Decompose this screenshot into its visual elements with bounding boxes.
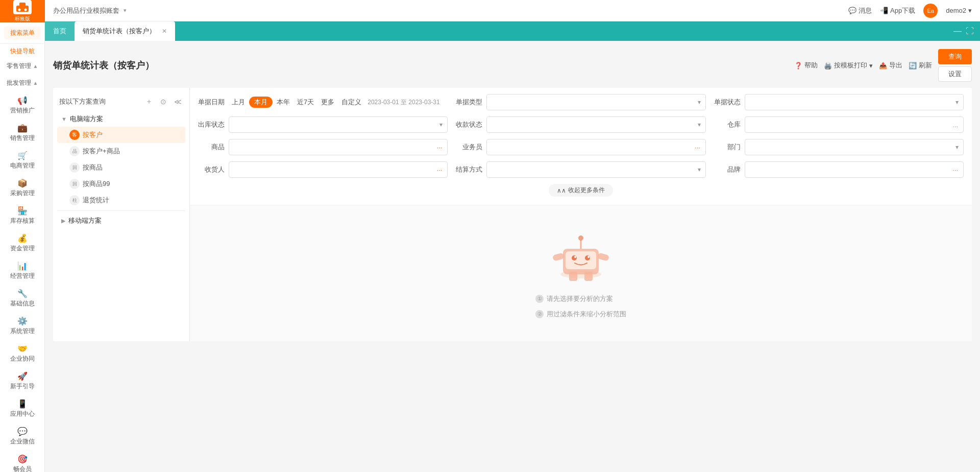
basics-icon: 🔧 bbox=[17, 289, 28, 298]
download-icon: 📲 bbox=[880, 7, 888, 14]
department-filter-item: 部门 ▾ bbox=[714, 139, 964, 155]
warehouse-input[interactable]: ... bbox=[745, 116, 964, 133]
help-button[interactable]: ❓ 帮助 bbox=[794, 61, 818, 70]
tab-home[interactable]: 首页 bbox=[45, 21, 75, 41]
date-btn-last-month[interactable]: 上月 bbox=[229, 97, 248, 108]
sidebar-item-marketing[interactable]: 📢 营销推广 bbox=[0, 91, 45, 119]
date-btn-this-year[interactable]: 本年 bbox=[274, 97, 293, 108]
export-icon: 📤 bbox=[879, 62, 887, 69]
sidebar-item-basics[interactable]: 🔧 基础信息 bbox=[0, 285, 45, 312]
order-status-label: 单据状态 bbox=[714, 98, 741, 107]
svg-point-7 bbox=[572, 255, 577, 261]
sidebar-item-retail[interactable]: 零售管理 ▲ bbox=[0, 58, 45, 75]
ops-label: 经营管理 bbox=[10, 272, 35, 280]
date-options: 上月 本月 本年 近7天 更多 自定义 2023-03-01 至 2023-03… bbox=[229, 97, 448, 108]
user-menu[interactable]: demo2 ▾ bbox=[946, 7, 972, 14]
order-status-filter-item: 单据状态 ▾ bbox=[714, 94, 964, 110]
refresh-button[interactable]: 🔄 刷新 bbox=[909, 61, 932, 70]
settlement-select[interactable] bbox=[486, 161, 705, 178]
sidebar-item-member[interactable]: 🎯 畅会员 bbox=[0, 450, 45, 472]
industry-dropdown-arrow: ▾ bbox=[124, 7, 127, 14]
sidebar-logo[interactable]: 标账版 bbox=[0, 0, 45, 22]
tree-item-by-goods99[interactable]: 回 按商品99 bbox=[57, 176, 185, 192]
search-menu-button[interactable]: 搜索菜单 bbox=[4, 27, 41, 39]
tab-sales-stat[interactable]: 销货单统计表（按客户） ✕ bbox=[75, 21, 175, 41]
brand-filter-item: 品牌 ··· bbox=[714, 161, 964, 178]
appcenter-icon: 📱 bbox=[17, 399, 28, 409]
tab-minimize-button[interactable]: — bbox=[953, 27, 962, 36]
pc-group-label: 电脑端方案 bbox=[70, 114, 103, 124]
tree-item-by-customer-goods[interactable]: 品 按客户+商品 bbox=[57, 143, 185, 159]
mobile-group-label: 移动端方案 bbox=[68, 216, 102, 225]
wholesale-label: 批发管理 bbox=[7, 79, 31, 87]
sidebar-item-wholesale[interactable]: 批发管理 ▲ bbox=[0, 75, 45, 91]
department-label: 部门 bbox=[714, 143, 741, 152]
industry-selector[interactable]: 办公用品行业模拟账套 ▾ bbox=[53, 6, 127, 15]
edit-scheme-button[interactable]: ⊙ bbox=[158, 96, 169, 107]
sidebar-item-inventory[interactable]: 🏪 库存核算 bbox=[0, 202, 45, 229]
collection-status-select[interactable] bbox=[486, 116, 705, 133]
date-range-display: 2023-03-01 至 2023-03-31 bbox=[368, 98, 439, 107]
query-button[interactable]: 查询 bbox=[938, 49, 972, 64]
export-button[interactable]: 📤 导出 bbox=[879, 61, 902, 70]
svg-point-10 bbox=[587, 256, 590, 258]
quick-nav-label[interactable]: 快捷导航 bbox=[0, 44, 45, 58]
message-button[interactable]: 💬 消息 bbox=[848, 6, 872, 15]
return-stat-icon: 柱 bbox=[69, 195, 80, 205]
date-btn-7days[interactable]: 近7天 bbox=[294, 97, 317, 108]
order-status-select[interactable] bbox=[745, 94, 964, 110]
filter-row-4: 收货人 ··· 结算方式 ▾ bbox=[198, 161, 964, 178]
order-type-filter-item: 单据类型 ▾ bbox=[456, 94, 705, 110]
sidebar-item-sales[interactable]: 💼 销售管理 bbox=[0, 119, 45, 147]
app-download-label: App下载 bbox=[890, 6, 915, 15]
sidebar-item-ops[interactable]: 📊 经营管理 bbox=[0, 257, 45, 285]
salesperson-label: 业务员 bbox=[456, 143, 482, 152]
collapse-button[interactable]: ∧∧ 收起更多条件 bbox=[549, 184, 613, 197]
sidebar-item-enterprise[interactable]: 🤝 企业协同 bbox=[0, 340, 45, 367]
date-label: 单据日期 bbox=[198, 98, 225, 107]
left-panel-header: 按以下方案查询 ＋ ⊙ ≪ bbox=[53, 92, 189, 111]
pc-group-toggle[interactable]: ▼ 电脑端方案 bbox=[57, 111, 185, 127]
sidebar-item-appcenter[interactable]: 📱 应用中心 bbox=[0, 395, 45, 422]
system-label: 系统管理 bbox=[10, 327, 35, 336]
out-status-select[interactable] bbox=[229, 116, 448, 133]
sidebar-item-finance[interactable]: 💰 资金管理 bbox=[0, 229, 45, 257]
by-goods-icon: 回 bbox=[69, 162, 80, 173]
template-print-button[interactable]: 🖨️ 按模板打印 ▾ bbox=[824, 61, 873, 70]
app-download-button[interactable]: 📲 App下载 bbox=[880, 6, 915, 15]
sidebar-search-area: 搜索菜单 bbox=[0, 22, 45, 44]
tab-close-icon[interactable]: ✕ bbox=[162, 28, 167, 35]
sidebar-item-system[interactable]: ⚙️ 系统管理 bbox=[0, 312, 45, 340]
goods-input[interactable]: ··· bbox=[229, 139, 448, 155]
mobile-group-toggle[interactable]: ▶ 移动端方案 bbox=[57, 213, 185, 228]
date-btn-this-month[interactable]: 本月 bbox=[249, 97, 273, 108]
user-avatar-text: Ea bbox=[927, 8, 934, 14]
empty-state-icon bbox=[548, 226, 614, 282]
tree-item-return-stat[interactable]: 柱 退货统计 bbox=[57, 192, 185, 208]
tree-item-by-customer[interactable]: 客 按客户 bbox=[57, 127, 185, 143]
date-btn-custom[interactable]: 自定义 bbox=[338, 97, 364, 108]
sidebar-item-purchase[interactable]: 📦 采购管理 bbox=[0, 174, 45, 202]
tab-maximize-button[interactable]: ⛶ bbox=[966, 27, 974, 36]
sidebar-item-ecommerce[interactable]: 🛒 电商管理 bbox=[0, 147, 45, 174]
tree-item-by-goods[interactable]: 回 按商品 bbox=[57, 159, 185, 176]
svg-rect-6 bbox=[566, 251, 596, 269]
brand-input[interactable]: ··· bbox=[745, 161, 964, 178]
sidebar-item-newuser[interactable]: 🚀 新手引导 bbox=[0, 367, 45, 395]
order-type-select[interactable] bbox=[486, 94, 705, 110]
help-label: 帮助 bbox=[804, 61, 818, 70]
user-name: demo2 bbox=[946, 7, 966, 14]
date-btn-more[interactable]: 更多 bbox=[318, 97, 337, 108]
collapse-up-icon: ∧∧ bbox=[557, 187, 566, 194]
department-select[interactable] bbox=[745, 139, 964, 155]
settings-button[interactable]: 设置 bbox=[938, 66, 972, 82]
collapse-panel-button[interactable]: ≪ bbox=[172, 96, 183, 107]
ecommerce-icon: 🛒 bbox=[17, 151, 28, 160]
help-icon: ❓ bbox=[794, 62, 802, 69]
add-scheme-button[interactable]: ＋ bbox=[143, 96, 155, 107]
salesperson-input[interactable]: ··· bbox=[486, 139, 705, 155]
sidebar-item-wechat[interactable]: 💬 企业微信 bbox=[0, 422, 45, 450]
recipient-input[interactable]: ··· bbox=[229, 161, 448, 178]
user-avatar[interactable]: Ea bbox=[923, 4, 938, 18]
filter-row-1: 单据日期 上月 本月 本年 近7天 更多 自定义 2023-03-01 至 20… bbox=[198, 94, 964, 110]
